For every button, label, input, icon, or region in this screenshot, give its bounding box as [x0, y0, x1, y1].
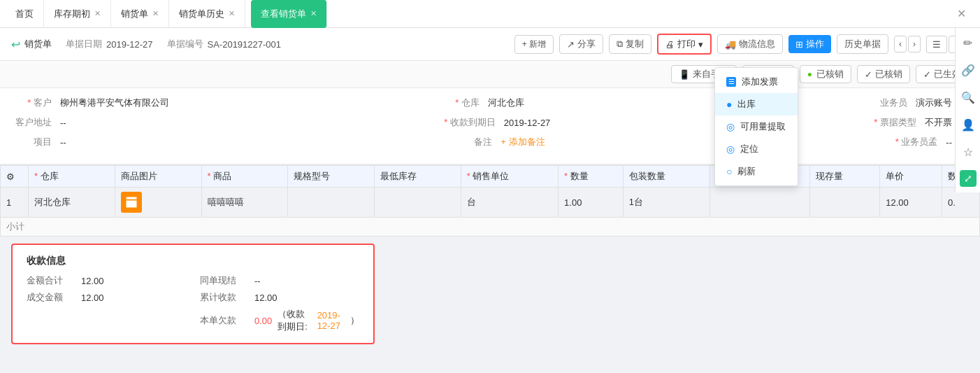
col-pack-qty: 包装数量 — [623, 166, 709, 188]
row-index: 1 — [1, 188, 29, 218]
doc-actions: + 新增 ↗ 分享 ⧉ 复制 🖨 打印 ▾ 🚚 物流信息 ⊞ — [514, 34, 969, 55]
tab-sales-order[interactable]: 销货单 ✕ — [111, 0, 169, 28]
table-header-row: ⚙ * 仓库 商品图片 * 商品 规格型号 最低库存 * 销售单位 * 数量 包… — [1, 166, 980, 188]
project-field: 项目 -- — [14, 136, 454, 148]
row-product-img — [115, 188, 201, 218]
tab-view-close[interactable]: ✕ — [310, 9, 317, 18]
tab-sales-label: 销货单 — [121, 8, 148, 20]
col-settings[interactable]: ⚙ — [1, 166, 29, 188]
sidebar-edit-icon[interactable]: ✏ — [960, 34, 975, 52]
new-button[interactable]: + 新增 — [514, 35, 554, 54]
sidebar-user-icon[interactable]: 👤 — [958, 115, 978, 134]
table-row: 1 河北仓库 嘻嘻嘻嘻 台 1.00 1台 — [1, 188, 980, 218]
right-sidebar: ✏ 🔗 🔍 👤 ☆ ⤢ — [955, 28, 980, 192]
tab-inventory-init[interactable]: 库存期初 ✕ — [44, 0, 111, 28]
due-date-label: 收款到期日 — [444, 116, 500, 129]
canceled-button[interactable]: ✓ 已核销 — [857, 65, 910, 83]
row-unit: 台 — [461, 188, 558, 218]
customer-label: 客户 — [14, 97, 56, 109]
list-view-button[interactable]: ☰ — [926, 36, 947, 53]
address-value: -- — [60, 118, 66, 128]
row-available — [709, 188, 809, 218]
prev-button[interactable]: ‹ — [894, 36, 907, 52]
tab-history-close[interactable]: ✕ — [229, 9, 235, 18]
form-section: 客户 柳州粤港平安气体有限公司 仓库 河北仓库 业务员 演示账号 客户地址 --… — [0, 88, 980, 164]
address-label: 客户地址 — [14, 116, 56, 129]
outbound-icon: ● — [726, 99, 732, 110]
copy-icon: ⧉ — [617, 38, 623, 50]
sidebar-zoom-icon[interactable]: 🔍 — [958, 88, 978, 107]
due-date-field: 收款到期日 2019-12-27 — [444, 116, 874, 129]
doc-type-label: 销货单 — [24, 38, 52, 50]
history-button[interactable]: 历史单据 — [837, 34, 888, 54]
copy-button[interactable]: ⧉ 复制 — [609, 34, 651, 54]
tab-home[interactable]: 首页 — [6, 0, 44, 28]
product-table: ⚙ * 仓库 商品图片 * 商品 规格型号 最低库存 * 销售单位 * 数量 包… — [0, 165, 980, 237]
tab-inventory-close[interactable]: ✕ — [94, 9, 101, 18]
sidebar-expand-icon[interactable]: ⤢ — [960, 170, 977, 187]
ticket-label: 票据类型 — [874, 116, 921, 129]
print-highlight-box: 🖨 打印 ▾ — [657, 34, 712, 55]
tab-view-sales[interactable]: 查看销货单 ✕ — [251, 0, 327, 28]
sidebar-star-icon[interactable]: ☆ — [960, 143, 976, 162]
form-row-2: 客户地址 -- 收款到期日 2019-12-27 票据类型 不开票 — [14, 116, 966, 129]
accumulated-label: 累计收款 — [200, 291, 249, 304]
available-label: 可用量提取 — [740, 120, 786, 133]
window-close-button[interactable]: ✕ — [949, 7, 974, 20]
tab-inventory-label: 库存期初 — [54, 8, 90, 20]
same-order-value: -- — [254, 276, 261, 286]
row-warehouse: 河北仓库 — [29, 188, 115, 218]
dropdown-locate[interactable]: ◎ 定位 — [715, 138, 798, 160]
accumulated-value: 12.00 — [254, 293, 278, 303]
total-value: 12.00 — [81, 276, 104, 286]
accumulated-row: 累计收款 12.00 — [200, 291, 359, 304]
print-button[interactable]: 🖨 打印 ▾ — [658, 35, 710, 53]
share-icon: ↗ — [567, 39, 575, 50]
row-current — [809, 188, 879, 218]
number-value: SA-20191227-001 — [208, 39, 282, 50]
customer-field: 客户 柳州粤港平安气体有限公司 — [14, 97, 442, 109]
payment-title: 收款信息 — [27, 255, 359, 267]
product-image — [121, 192, 142, 213]
project-value: -- — [60, 137, 66, 148]
due-close: ） — [350, 314, 359, 327]
date-label: 单据日期 — [66, 38, 102, 50]
ticket-value: 不开票 — [925, 116, 952, 129]
sidebar-link-icon[interactable]: 🔗 — [958, 61, 978, 80]
doc-title: ↩ 销货单 — [11, 38, 52, 51]
dropdown-outbound[interactable]: ● 出库 — [715, 93, 798, 115]
col-warehouse: * 仓库 — [29, 166, 115, 188]
staff-field: 业务员 演示账号 — [870, 97, 966, 109]
total-row: 金额合计 12.00 — [27, 274, 186, 287]
row-price: 12.00 — [880, 188, 942, 218]
invoice-icon: ☰ — [726, 77, 736, 87]
transaction-row: 成交金额 12.00 — [27, 291, 186, 304]
add-note-button[interactable]: 添加备注 — [500, 136, 545, 148]
payment-grid: 金额合计 12.00 同单现结 -- 成交金额 12.00 累计收款 12.00… — [27, 274, 359, 333]
dropdown-refresh[interactable]: ○ 刷新 — [715, 160, 798, 183]
total-label: 金额合计 — [27, 274, 75, 287]
same-order-row: 同单现结 -- — [200, 274, 359, 287]
number-label: 单据编号 — [167, 38, 203, 50]
dropdown-add-invoice[interactable]: ☰ 添加发票 — [715, 71, 798, 93]
effective-check-icon: ✓ — [923, 69, 931, 80]
row-qty: 1.00 — [559, 188, 624, 218]
print-icon: 🖨 — [665, 39, 675, 50]
doc-toolbar: 📱 来自手机 未开票 已核销 ✓ 已核销 ✓ 已生效 — [0, 61, 980, 88]
locate-icon: ◎ — [726, 143, 735, 155]
doc-header: ↩ 销货单 单据日期 2019-12-27 单据编号 SA-20191227-0… — [0, 28, 980, 61]
row-product: 嘻嘻嘻嘻 — [201, 188, 288, 218]
tab-sales-close[interactable]: ✕ — [152, 9, 159, 18]
dropdown-available-qty[interactable]: ◎ 可用量提取 — [715, 115, 798, 138]
tab-view-label: 查看销货单 — [261, 8, 306, 20]
tab-sales-history[interactable]: 销货单历史 ✕ — [169, 0, 245, 28]
row-min-stock — [375, 188, 461, 218]
operate-button[interactable]: ⊞ 操作 — [788, 35, 831, 53]
col-unit: * 销售单位 — [461, 166, 558, 188]
next-button[interactable]: › — [908, 36, 921, 52]
verify-button[interactable]: 已核销 — [800, 65, 851, 83]
logistics-button[interactable]: 🚚 物流信息 — [717, 34, 783, 54]
share-button[interactable]: ↗ 分享 — [559, 34, 603, 54]
col-min-stock: 最低库存 — [375, 166, 461, 188]
transaction-value: 12.00 — [81, 293, 104, 303]
